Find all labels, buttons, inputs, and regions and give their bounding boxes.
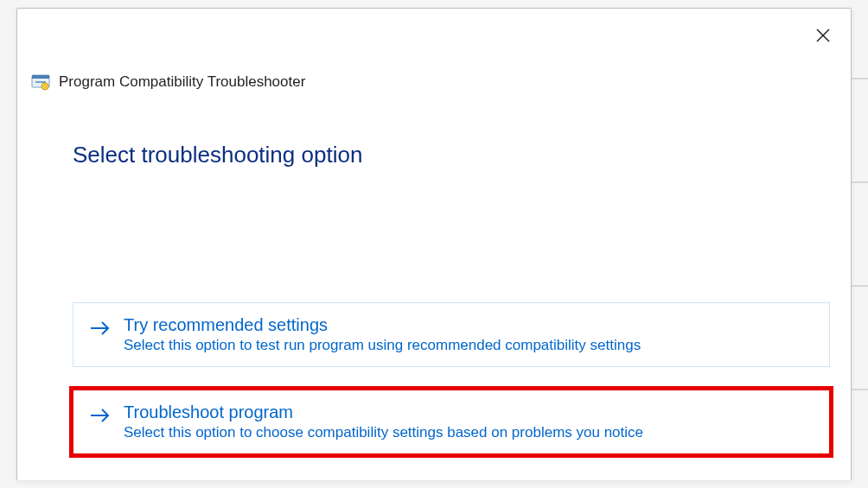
arrow-right-icon (89, 404, 112, 427)
option-troubleshoot-program[interactable]: Troubleshoot program Select this option … (73, 390, 830, 454)
close-icon (815, 28, 831, 46)
option-try-recommended[interactable]: Try recommended settings Select this opt… (73, 302, 830, 367)
background-ridges (849, 0, 868, 488)
window-header: Program Compatibility Troubleshooter (17, 9, 851, 92)
option-text: Try recommended settings Select this opt… (124, 315, 641, 354)
window-title: Program Compatibility Troubleshooter (59, 73, 305, 91)
option-title: Try recommended settings (124, 315, 641, 335)
svg-point-5 (41, 83, 48, 90)
option-description: Select this option to test run program u… (124, 337, 641, 354)
options-list: Try recommended settings Select this opt… (73, 302, 830, 454)
option-description: Select this option to choose compatibili… (124, 424, 643, 441)
arrow-right-icon (89, 317, 112, 339)
troubleshooter-icon (31, 73, 50, 92)
page-heading: Select troubleshooting option (17, 92, 851, 168)
option-title: Troubleshoot program (124, 402, 643, 422)
troubleshooter-window: Program Compatibility Troubleshooter Sel… (16, 8, 852, 480)
close-button[interactable] (806, 19, 840, 54)
svg-rect-3 (32, 75, 49, 79)
option-text: Troubleshoot program Select this option … (124, 402, 643, 441)
